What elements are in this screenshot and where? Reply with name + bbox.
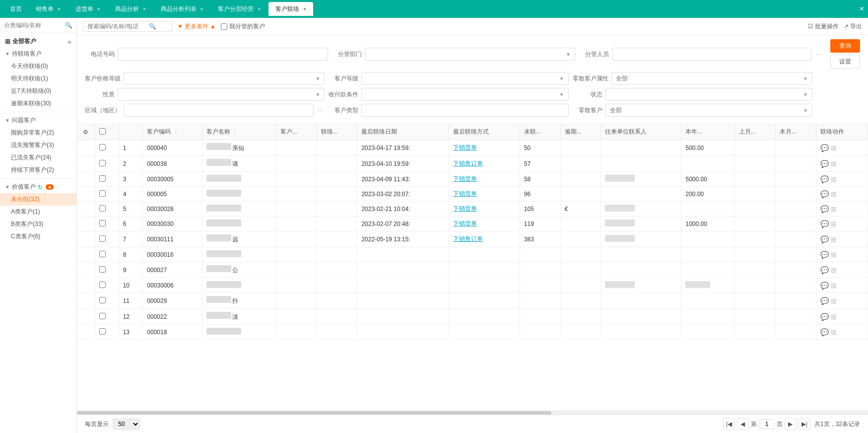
grid-action-icon[interactable]: ⊞ <box>831 160 837 168</box>
row-action[interactable]: 💬 ⊞ <box>816 309 868 325</box>
table-last-way-header[interactable]: 最后联络方式 <box>449 124 520 140</box>
select-status[interactable]: ▼ <box>605 88 812 101</box>
sidebar-item-abnormal[interactable]: 囤购异常客户(2) <box>0 127 76 139</box>
page-size-select[interactable]: 50 100 200 <box>113 419 140 430</box>
select-person[interactable] <box>612 48 811 61</box>
contact-way-link[interactable]: 下销货单 <box>453 220 477 227</box>
table-this-month-header[interactable]: 本月... <box>775 124 816 140</box>
row-action[interactable]: 💬 ⊞ <box>816 202 868 216</box>
row-action[interactable]: 💬 ⊞ <box>816 172 868 187</box>
chat-icon[interactable]: 💬 <box>820 205 829 213</box>
page-num-input[interactable] <box>759 419 775 429</box>
select-scatter-customer[interactable]: 全部 ▼ <box>605 104 812 117</box>
page-first-btn[interactable]: |◀ <box>723 418 735 430</box>
row-action[interactable]: 💬 ⊞ <box>816 247 868 262</box>
table-last-month-header[interactable]: 上月... <box>734 124 775 140</box>
row-gear[interactable] <box>77 309 95 325</box>
nav-tab-customer-contact[interactable]: 客户联络 × <box>268 2 313 16</box>
nav-tab-purchase[interactable]: 进货单 × <box>68 2 107 16</box>
row-gear[interactable] <box>77 202 95 216</box>
close-purchase-tab-icon[interactable]: × <box>97 6 100 12</box>
chat-icon[interactable]: 💬 <box>820 266 829 274</box>
row-checkbox[interactable] <box>99 235 106 242</box>
sidebar-item-ungroup[interactable]: 未分组(32) <box>0 193 76 206</box>
grid-action-icon[interactable]: ⊞ <box>831 144 837 152</box>
close-sales-tab-icon[interactable]: × <box>58 6 61 12</box>
filter-search-input[interactable] <box>87 23 147 30</box>
row-checkbox[interactable] <box>99 190 106 197</box>
nav-tab-customer-layer[interactable]: 客户分层经营 × <box>211 2 267 16</box>
chat-icon[interactable]: 💬 <box>820 328 829 336</box>
row-checkbox[interactable] <box>99 328 106 335</box>
nav-tab-home[interactable]: 首页 <box>4 5 28 13</box>
sidebar-search-input[interactable] <box>4 22 63 29</box>
grid-action-icon[interactable]: ⊞ <box>831 175 837 183</box>
select-customer-level[interactable]: ▼ <box>361 72 568 85</box>
table-settings-header[interactable]: ⚙ <box>77 124 95 140</box>
refresh-icon[interactable]: ↻ <box>38 184 43 191</box>
col-resizer-name[interactable]: ⋮ <box>232 128 235 135</box>
contact-way-link[interactable]: 下销货单 <box>453 190 477 197</box>
sidebar-group-value[interactable]: ▼ 价值客户 ↻ ● <box>0 181 76 193</box>
table-overdue-header[interactable]: 逾期... <box>560 124 601 140</box>
chat-icon[interactable]: 💬 <box>820 297 829 305</box>
row-gear[interactable] <box>77 172 95 187</box>
row-checkbox[interactable] <box>99 160 106 166</box>
row-action[interactable]: 💬 ⊞ <box>816 231 868 247</box>
contact-way-link[interactable]: 下销货单 <box>453 175 477 182</box>
nav-tab-product-list[interactable]: 商品分析列表 × <box>154 2 210 16</box>
table-scroll-bar[interactable] <box>77 411 868 415</box>
close-product-analysis-tab-icon[interactable]: × <box>143 6 146 12</box>
sidebar-search-icon[interactable]: 🔍 <box>65 22 72 29</box>
row-action[interactable]: 💬 ⊞ <box>816 216 868 231</box>
nav-tab-sales[interactable]: 销售单 × <box>29 2 67 16</box>
chat-icon[interactable]: 💬 <box>820 220 829 228</box>
input-phone[interactable] <box>118 48 328 61</box>
row-checkbox[interactable] <box>99 251 106 257</box>
row-checkbox[interactable] <box>99 313 106 319</box>
table-type-header[interactable]: 客户... <box>276 124 317 140</box>
sidebar-group-problem[interactable]: ▼ 问题客户 <box>0 114 76 127</box>
contact-way-link[interactable]: 下销货单 <box>453 205 477 212</box>
row-gear[interactable] <box>77 140 95 156</box>
sidebar-group-pending[interactable]: ▼ 待联络客户 <box>0 48 76 60</box>
row-checkbox[interactable] <box>99 144 106 150</box>
table-last-date-header[interactable]: 最后联络日期 <box>357 124 449 140</box>
sidebar-item-overdue[interactable]: 逾期未联络(30) <box>0 97 76 110</box>
select-payment[interactable]: ▼ <box>361 88 568 101</box>
my-customers-check[interactable] <box>221 23 227 30</box>
batch-op-btn[interactable]: ☑ 批量操作 <box>808 22 839 31</box>
sidebar-item-tomorrow[interactable]: 明天待联络(1) <box>0 72 76 85</box>
query-btn[interactable]: 查询 <box>830 39 860 53</box>
col-resizer-code[interactable]: ⋮ <box>173 128 176 135</box>
chat-icon[interactable]: 💬 <box>820 144 829 152</box>
grid-action-icon[interactable]: ⊞ <box>831 297 837 305</box>
select-scatter-attr[interactable]: 全部 ▼ <box>611 72 812 85</box>
row-gear[interactable] <box>77 325 95 340</box>
close-all-icon[interactable]: × <box>860 4 864 13</box>
table-checkbox-header[interactable] <box>95 124 119 140</box>
grid-action-icon[interactable]: ⊞ <box>831 251 837 259</box>
dots-person-icon[interactable]: ··· <box>813 51 822 58</box>
dots-region-icon[interactable]: ··· <box>316 107 325 114</box>
chat-icon[interactable]: 💬 <box>820 190 829 198</box>
sidebar-collapse-icon[interactable]: « <box>67 38 71 46</box>
search-icon[interactable]: 🔍 <box>149 23 156 30</box>
table-code-header[interactable]: 客户编码 ⋮ <box>143 124 202 140</box>
select-all-checkbox[interactable] <box>99 128 106 135</box>
row-gear[interactable] <box>77 278 95 293</box>
row-gear[interactable] <box>77 231 95 247</box>
table-action-header[interactable]: 联络动作 <box>816 124 868 140</box>
row-action[interactable]: 💬 ⊞ <box>816 293 868 309</box>
grid-action-icon[interactable]: ⊞ <box>831 266 837 274</box>
row-checkbox[interactable] <box>99 205 106 212</box>
sidebar-all-customers[interactable]: ⊞ 全部客户 « <box>0 33 76 48</box>
row-action[interactable]: 💬 ⊞ <box>816 262 868 278</box>
contact-way-link[interactable]: 下销货单 <box>453 144 477 151</box>
sidebar-item-class-c[interactable]: C类客户(6) <box>0 230 76 243</box>
close-customer-layer-tab-icon[interactable]: × <box>258 6 261 12</box>
sidebar-item-7days[interactable]: 近7天待联络(0) <box>0 85 76 97</box>
input-customer-type[interactable] <box>361 104 568 117</box>
grid-action-icon[interactable]: ⊞ <box>831 282 837 289</box>
row-action[interactable]: 💬 ⊞ <box>816 325 868 340</box>
